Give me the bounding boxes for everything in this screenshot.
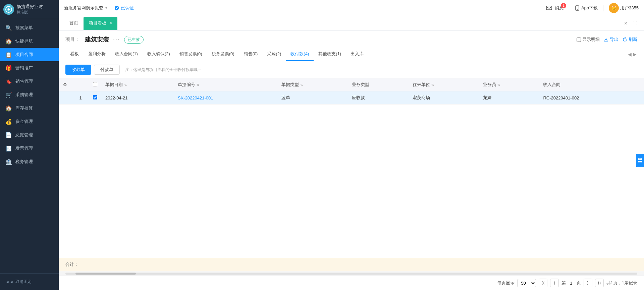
sub-tab-payment[interactable]: 收付款(4): [286, 48, 314, 61]
row-code[interactable]: SK-20220421-001: [174, 91, 277, 104]
tab-maximize-btn[interactable]: ⛶: [631, 19, 639, 28]
user-label: 用户3355: [620, 5, 639, 11]
svg-rect-1: [546, 6, 552, 10]
th-type[interactable]: 单据类型 ⇅: [277, 78, 348, 91]
tab-close-btn[interactable]: ×: [623, 19, 629, 28]
sidebar-label-3: 营销推广: [15, 65, 33, 71]
table-row[interactable]: 1 2022-04-21 SK-20220421-001 蓝单 应收款 宏茂商场: [59, 91, 644, 104]
sidebar-logo: 畅捷通好业财 标准版: [0, 0, 59, 19]
tab-bar: 首页 项目看板 × × ⛶: [59, 16, 644, 31]
topbar-divider2: [603, 5, 603, 11]
sidebar-icon-8: 📄: [5, 132, 12, 138]
pagination-prev-btn[interactable]: ⟨: [550, 279, 559, 287]
user-menu-btn[interactable]: 🐱 用户3355: [609, 3, 639, 13]
svg-rect-7: [640, 161, 642, 162]
table-wrapper: ⚙ 单据日期 ⇅: [59, 78, 644, 258]
row-check[interactable]: [89, 91, 101, 104]
sidebar-unpin-btn[interactable]: ◄◄ 取消固定: [0, 276, 59, 287]
quick-panel-btn[interactable]: [636, 154, 644, 167]
sub-tab-kanban[interactable]: 看板: [65, 48, 84, 61]
th-partner[interactable]: 往来单位 ⇅: [409, 78, 479, 91]
toggle-note: 注：这里是与项目关联的全部收付款单哦～: [125, 67, 202, 73]
th-check[interactable]: [89, 78, 101, 91]
sidebar-icon-7: 💰: [5, 118, 12, 125]
tab-home[interactable]: 首页: [64, 17, 84, 30]
sidebar-icon-4: 🔖: [5, 78, 12, 85]
show-detail-checkbox[interactable]: 显示明细: [577, 37, 600, 43]
select-all-checkbox[interactable]: [93, 82, 97, 86]
sidebar-item-3[interactable]: 🎁 营销推广: [0, 61, 59, 75]
tab-project-board[interactable]: 项目看板 ×: [84, 17, 117, 30]
per-page-select[interactable]: 50 100 200: [517, 279, 536, 287]
row-type: 蓝单: [277, 91, 348, 104]
row-code-link[interactable]: SK-20220421-001: [178, 95, 213, 100]
table-footer: 合计：: [59, 258, 644, 271]
page-header-actions: 显示明细 导出 刷新: [577, 37, 637, 43]
pagination-first-btn[interactable]: ⟨⟨: [539, 279, 547, 287]
sub-tab-inout[interactable]: 出入库: [346, 48, 368, 61]
sidebar-item-5[interactable]: 🛒 采购管理: [0, 88, 59, 101]
app-logo-icon: [3, 4, 14, 15]
app-download-btn[interactable]: App下载: [575, 5, 598, 11]
sub-tab-next-btn[interactable]: ▶: [632, 50, 637, 58]
sidebar-item-2[interactable]: 📋 项目合同: [0, 48, 59, 61]
pagination-total-info: 共1页，1条记录: [606, 280, 637, 286]
sidebar-icon-9: 🧾: [5, 145, 12, 152]
topbar-left: 新服务官网演示账套 ▾ 已认证: [64, 5, 546, 11]
row-date: 2022-04-21: [101, 91, 174, 104]
pagination-last-btn[interactable]: ⟩⟩: [595, 279, 604, 287]
th-code[interactable]: 单据编号 ⇅: [174, 78, 277, 91]
sidebar-bottom[interactable]: ◄◄ 取消固定: [0, 273, 59, 290]
row-biz-type: 应收款: [348, 91, 409, 104]
refresh-btn[interactable]: 刷新: [623, 37, 637, 43]
sidebar-label-6: 库存核算: [15, 105, 33, 111]
export-label: 导出: [610, 37, 619, 43]
sub-tab-purchase[interactable]: 采购(2): [262, 48, 286, 61]
sidebar-item-10[interactable]: 🏦 税务管理: [0, 155, 59, 168]
sub-tab-other[interactable]: 其他收支(1): [314, 48, 346, 61]
pagination-page-suffix: 页: [577, 280, 581, 286]
sub-tab-income-confirm[interactable]: 收入确认(2): [143, 48, 175, 61]
th-date[interactable]: 单据日期 ⇅: [101, 78, 174, 91]
row-checkbox[interactable]: [93, 95, 97, 99]
pagination-next-btn[interactable]: ⟩: [584, 279, 592, 287]
account-name: 新服务官网演示账套: [64, 5, 103, 11]
app-edition: 标准版: [17, 10, 43, 15]
th-settings[interactable]: ⚙: [59, 78, 72, 91]
sub-tabs: 看板 盈利分析 收入合同(1) 收入确认(2) 销售发票(0) 税务发票(0) …: [59, 47, 644, 61]
sub-tab-tax-invoice[interactable]: 税务发票(0): [207, 48, 239, 61]
app-download-label: App下载: [581, 5, 598, 11]
refresh-label: 刷新: [629, 37, 637, 43]
sidebar-item-9[interactable]: 🧾 发票管理: [0, 142, 59, 155]
sidebar-item-7[interactable]: 💰 资金管理: [0, 115, 59, 128]
scrollbar-thumb[interactable]: [75, 273, 136, 275]
main-area: 新服务官网演示账套 ▾ 已认证 1 消息: [59, 0, 644, 290]
pay-toggle-btn[interactable]: 付款单: [94, 65, 120, 75]
svg-rect-5: [640, 158, 642, 160]
sub-tab-profit[interactable]: 盈利分析: [84, 48, 110, 61]
sidebar-label-1: 快捷导航: [15, 38, 33, 44]
receive-toggle-btn[interactable]: 收款单: [65, 65, 91, 75]
account-selector[interactable]: 新服务官网演示账套 ▾: [64, 5, 107, 11]
row-contract: RC-20220401-002: [539, 91, 644, 104]
th-salesman[interactable]: 业务员 ⇅: [479, 78, 539, 91]
tab-project-board-close[interactable]: ×: [110, 21, 112, 25]
scrollbar-track[interactable]: [65, 273, 637, 275]
page-more-btn[interactable]: ···: [113, 36, 120, 43]
sub-tab-sales-invoice[interactable]: 销售发票(0): [175, 48, 207, 61]
sidebar-item-4[interactable]: 🔖 销售管理: [0, 75, 59, 88]
sub-tab-income-contract[interactable]: 收入合同(1): [110, 48, 143, 61]
sub-tab-sales[interactable]: 销售(0): [239, 48, 263, 61]
table-scrollbar[interactable]: [59, 271, 644, 276]
th-num: [72, 78, 89, 91]
sub-tab-prev-btn[interactable]: ◀: [627, 50, 632, 58]
sidebar-item-0[interactable]: 🔍 搜索菜单: [0, 21, 59, 34]
sidebar-item-1[interactable]: 🏠 快捷导航: [0, 34, 59, 48]
message-btn[interactable]: 1 消息: [546, 5, 564, 11]
sidebar-nav: 🔍 搜索菜单 🏠 快捷导航 📋 项目合同 🎁 营销推广 🔖 销售管理 🛒 采购管…: [0, 19, 59, 273]
show-detail-input[interactable]: [577, 38, 581, 42]
sidebar-item-6[interactable]: 🏠 库存核算: [0, 101, 59, 115]
export-btn[interactable]: 导出: [604, 37, 619, 43]
sidebar-label-5: 采购管理: [15, 92, 33, 98]
sidebar-item-8[interactable]: 📄 总账管理: [0, 128, 59, 142]
